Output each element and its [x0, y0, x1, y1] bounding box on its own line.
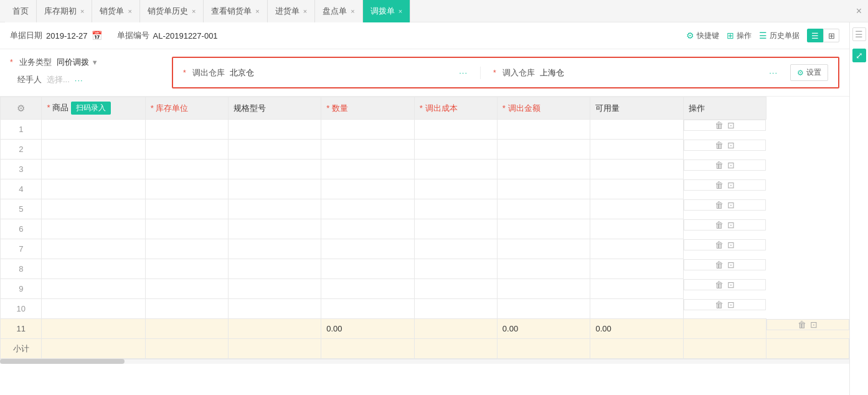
delete-icon[interactable]: 🗑 — [715, 120, 724, 130]
tab-sales-history[interactable]: 销货单历史 × — [140, 0, 204, 22]
copy-icon-sub[interactable]: ⊡ — [810, 320, 818, 330]
col-product: 商品 扫码录入 — [42, 97, 145, 120]
person-label: 经手人 — [17, 74, 42, 85]
tab-close-sales-history[interactable]: × — [192, 7, 196, 15]
copy-icon[interactable]: ⊡ — [727, 220, 735, 230]
shortcut-icon: ⚙ — [686, 31, 694, 40]
table-row: 6🗑⊡ — [1, 219, 849, 239]
tab-inventory-init[interactable]: 库存期初 × — [37, 0, 92, 22]
tab-close-stocktake[interactable]: × — [351, 7, 354, 15]
left-form-section: * 业务类型 同价调拨 ▼ 经手人 选择... ··· — [10, 57, 159, 85]
copy-icon[interactable]: ⊡ — [727, 200, 735, 210]
out-warehouse-required: * — [183, 69, 186, 77]
form-area: * 业务类型 同价调拨 ▼ 经手人 选择... ··· * 调出仓库 — [0, 49, 849, 97]
sidebar-list-icon[interactable]: ☰ — [852, 27, 866, 41]
main-table: ⚙ 商品 扫码录入 * 库存单位 规格型号 * 数量 — [0, 97, 849, 359]
delete-icon[interactable]: 🗑 — [715, 240, 724, 250]
gear-icon-header[interactable]: ⚙ — [6, 103, 36, 114]
person-row: 经手人 选择... ··· — [17, 74, 159, 85]
in-warehouse-ellipsis[interactable]: ··· — [769, 68, 778, 77]
copy-icon[interactable]: ⊡ — [727, 280, 735, 290]
view-list-btn[interactable]: ☰ — [807, 29, 823, 42]
biz-type-required: * — [10, 58, 13, 67]
delete-icon[interactable]: 🗑 — [715, 260, 724, 270]
settings-label: 设置 — [806, 67, 821, 78]
delete-icon[interactable]: 🗑 — [715, 200, 724, 210]
biz-type-value: 同价调拨 — [57, 57, 89, 68]
in-warehouse-value[interactable]: 上海仓 — [540, 67, 564, 79]
date-field: 单据日期 2019-12-27 📅 — [10, 30, 102, 41]
table-row: 8🗑⊡ — [1, 259, 849, 279]
subtotal-qty: 0.00 — [321, 319, 415, 339]
warehouse-section: * 调出仓库 北京仓 ··· * 调入仓库 上海仓 ··· ⚙ 设置 — [172, 57, 839, 88]
table-row: 5🗑⊡ — [1, 199, 849, 219]
subtotal-text: 小计 — [1, 339, 42, 359]
tab-close-transfer[interactable]: × — [399, 7, 402, 15]
calendar-icon[interactable]: 📅 — [92, 31, 102, 40]
biz-type-select[interactable]: 同价调拨 ▼ — [57, 57, 131, 68]
table-row: 7🗑⊡ — [1, 239, 849, 259]
table-row: 4🗑⊡ — [1, 179, 849, 199]
tab-close-sales-order[interactable]: × — [128, 7, 131, 15]
copy-icon[interactable]: ⊡ — [727, 260, 735, 270]
view-toggle: ☰ ⊞ — [807, 29, 839, 42]
delete-icon[interactable]: 🗑 — [715, 300, 724, 310]
date-label: 单据日期 — [10, 30, 42, 41]
copy-icon[interactable]: ⊡ — [727, 140, 735, 150]
copy-icon[interactable]: ⊡ — [727, 300, 735, 310]
copy-icon[interactable]: ⊡ — [727, 120, 735, 130]
tab-close-inventory-init[interactable]: × — [80, 7, 84, 15]
copy-icon[interactable]: ⊡ — [727, 160, 735, 170]
delete-icon-sub[interactable]: 🗑 — [798, 320, 806, 330]
scrollbar-thumb[interactable] — [0, 359, 125, 364]
warehouse-divider — [480, 67, 481, 79]
col-gear[interactable]: ⚙ — [1, 97, 42, 120]
table-row: 2🗑⊡ — [1, 140, 849, 159]
subtotal-amount: 0.00 — [590, 319, 684, 339]
person-select[interactable]: 选择... — [47, 74, 70, 85]
tab-home[interactable]: 首页 — [5, 0, 37, 22]
operation-action[interactable]: ⊞ 操作 — [727, 31, 752, 41]
subtotal-cost: 0.00 — [497, 319, 590, 339]
tab-purchase[interactable]: 进货单 × — [268, 0, 315, 22]
header-right: ⚙ 快捷键 ⊞ 操作 ☰ 历史单据 ☰ ⊞ — [686, 29, 839, 42]
col-available: 可用量 — [590, 97, 684, 120]
copy-icon[interactable]: ⊡ — [727, 180, 735, 190]
col-spec: 规格型号 — [228, 97, 321, 120]
subtotal-label-row: 小计 — [1, 339, 849, 359]
delete-icon[interactable]: 🗑 — [715, 220, 724, 230]
in-warehouse-field: * 调入仓库 上海仓 ··· — [493, 67, 778, 79]
sidebar-expand-icon[interactable]: ⤢ — [852, 49, 866, 62]
history-action[interactable]: ☰ 历史单据 — [759, 31, 800, 41]
tab-bar-close-icon[interactable]: × — [856, 6, 862, 17]
settings-btn[interactable]: ⚙ 设置 — [790, 64, 828, 81]
out-warehouse-value[interactable]: 北京仓 — [230, 67, 254, 79]
out-warehouse-ellipsis[interactable]: ··· — [459, 68, 468, 77]
delete-icon[interactable]: 🗑 — [715, 140, 724, 150]
tab-sales-order[interactable]: 销货单 × — [92, 0, 139, 22]
scan-button[interactable]: 扫码录入 — [71, 102, 111, 115]
delete-icon[interactable]: 🗑 — [715, 180, 724, 190]
view-grid-btn[interactable]: ⊞ — [823, 29, 839, 42]
subtotal-row: 11 0.00 0.00 0.00 🗑 ⊡ — [1, 319, 849, 339]
tab-stocktake[interactable]: 盘点单 × — [315, 0, 362, 22]
header-area: 单据日期 2019-12-27 📅 单据编号 AL-20191227-001 ⚙… — [0, 22, 849, 49]
tab-transfer[interactable]: 调拨单 × — [363, 0, 410, 22]
table-row: 1🗑⊡ — [1, 120, 849, 140]
operation-icon: ⊞ — [727, 31, 734, 40]
delete-icon[interactable]: 🗑 — [715, 280, 724, 290]
table-wrapper: ⚙ 商品 扫码录入 * 库存单位 规格型号 * 数量 — [0, 97, 849, 395]
biz-type-label: 业务类型 — [19, 57, 52, 68]
in-warehouse-label: 调入仓库 — [502, 67, 535, 79]
tab-view-sales[interactable]: 查看销货单 × — [204, 0, 267, 22]
table-row: 3🗑⊡ — [1, 159, 849, 179]
scrollbar[interactable] — [0, 359, 849, 364]
col-amount: * 调出金额 — [497, 97, 590, 120]
delete-icon[interactable]: 🗑 — [715, 160, 724, 170]
person-ellipsis[interactable]: ··· — [75, 75, 83, 85]
tab-close-purchase[interactable]: × — [303, 7, 307, 15]
tab-close-view-sales[interactable]: × — [255, 7, 259, 15]
shortcut-action[interactable]: ⚙ 快捷键 — [686, 31, 719, 41]
table-row: 9🗑⊡ — [1, 279, 849, 299]
copy-icon[interactable]: ⊡ — [727, 240, 735, 250]
